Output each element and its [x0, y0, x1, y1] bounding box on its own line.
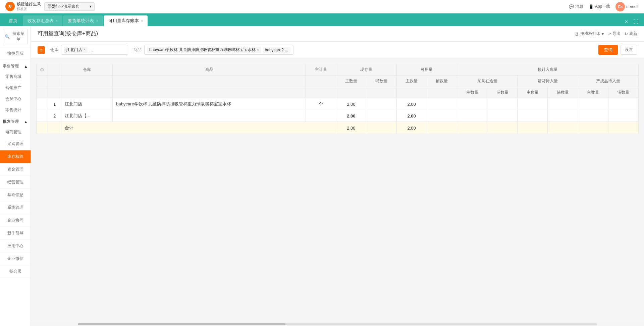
logo-text-block: 畅捷通好生意 标准版	[17, 2, 41, 11]
product-tag2-text: babycare?	[265, 48, 284, 52]
footer-label: 合计	[61, 122, 336, 134]
sidebar-section-retail[interactable]: 零售管理 ▲	[0, 60, 31, 71]
sidebar-item-quick-nav[interactable]: 快捷导航	[0, 47, 31, 60]
sidebar-item-system[interactable]: 系统管理	[0, 201, 31, 214]
product-tag2: babycare? ...	[263, 47, 290, 53]
tab-receive-close[interactable]: ×	[56, 19, 58, 23]
product-filter-group: 商品 babycare学饮杯 儿童防摔防撞吸管杯重力球吸嘴杯宝宝水杯 × bab…	[133, 45, 293, 55]
tab-order-close[interactable]: ×	[96, 19, 98, 23]
th-settings: ⚙	[37, 64, 48, 76]
th-leaf-available-main2	[396, 87, 427, 98]
search-icon: 🔍	[5, 34, 10, 39]
row1-available-main: 2.00	[396, 98, 427, 110]
sidebar-item-finance[interactable]: 资金管理	[0, 163, 31, 176]
chevron-icon-retail: ▲	[24, 64, 28, 69]
sidebar-item-enterprise[interactable]: 企业协同	[0, 214, 31, 227]
sidebar-item-purchase[interactable]: 采购管理	[0, 138, 31, 150]
bottom-scrollbar[interactable]	[31, 322, 644, 326]
refresh-btn[interactable]: ↻ 刷新	[625, 31, 637, 37]
refresh-icon: ↻	[625, 32, 628, 36]
row1-incoming-aux	[548, 98, 578, 110]
expand-icon: »	[40, 47, 43, 53]
sidebar-item-newbie[interactable]: 新手引导	[0, 227, 31, 240]
row1-product-main	[578, 98, 608, 110]
filter-expand-btn[interactable]: »	[38, 46, 45, 54]
sidebar-item-operations[interactable]: 经营管理	[0, 176, 31, 189]
th-sub-available-main: 主数量	[396, 76, 427, 87]
search-menu-label: 搜索菜单	[11, 31, 26, 42]
row2-purchase-main	[457, 110, 487, 122]
available-tab-label: 可用量库存账本	[108, 18, 139, 24]
th-leaf-stock-aux2	[366, 87, 396, 98]
app-download-btn[interactable]: 📱 App下载	[589, 4, 610, 9]
table-row: 2 江北门店【... 2.00 2.00	[37, 110, 639, 122]
print-btn[interactable]: 🖨 按模板打印 ▾	[575, 31, 604, 37]
top-bar: 好 畅捷通好生意 标准版 母婴行业演示账套 ▾ 💬 消息 📱 App下载 Ea …	[0, 0, 644, 13]
footer-available-aux	[427, 122, 457, 134]
sidebar: 🔍 搜索菜单 快捷导航 零售管理 ▲ 零售商城 营销推广 会员中心 零售统计 批…	[0, 26, 31, 326]
product-tag1-close[interactable]: ×	[257, 48, 259, 52]
tab-home[interactable]: 首页	[4, 15, 22, 26]
th-sub-purchase-group: 采购在途量	[457, 76, 517, 87]
row1-stock-aux	[366, 98, 396, 110]
sidebar-item-retail-mall[interactable]: 零售商城	[0, 71, 31, 82]
th-leaf-product-aux: 辅数量	[608, 87, 638, 98]
sidebar-item-marketing[interactable]: 营销推广	[0, 82, 31, 93]
settings-btn[interactable]: 设置	[621, 45, 637, 55]
tab-order[interactable]: 要货单统计表 ×	[63, 15, 103, 26]
th-available-group: 可用量	[396, 64, 457, 76]
sidebar-item-member-center[interactable]: 会员中心	[0, 93, 31, 104]
footer-settings	[37, 122, 48, 134]
row1-purchase-aux	[487, 98, 518, 110]
sidebar-item-basic[interactable]: 基础信息	[0, 189, 31, 201]
footer-available-main: 2.00	[396, 122, 427, 134]
sidebar-item-app-center[interactable]: 应用中心	[0, 240, 31, 252]
footer-product-main	[578, 122, 608, 134]
refresh-label: 刷新	[629, 31, 637, 37]
sidebar-item-enterprise-wechat[interactable]: 企业微信	[0, 252, 31, 265]
industry-selector[interactable]: 母婴行业演示账套 ▾	[44, 2, 95, 11]
th-sub-stock-aux: 辅数量	[366, 76, 396, 87]
th-leaf-product	[113, 87, 306, 98]
sidebar-item-retail-stats[interactable]: 零售统计	[0, 104, 31, 115]
warehouse-filter-input[interactable]: 江北门店 × ...	[61, 45, 128, 55]
warehouse-more-btn[interactable]: ...	[90, 48, 93, 52]
message-label: 消息	[575, 4, 583, 9]
top-bar-left: 好 畅捷通好生意 标准版 母婴行业演示账套 ▾	[5, 2, 95, 11]
page-title: 可用量查询(按仓库+商品)	[38, 30, 98, 37]
export-btn[interactable]: ↗ 导出	[608, 31, 621, 37]
gear-icon[interactable]: ⚙	[40, 67, 44, 73]
sidebar-section-wholesale[interactable]: 批发管理 ▲	[0, 115, 31, 127]
th-sub-incoming-group: 进货待入量	[518, 76, 578, 87]
warehouse-tag-close[interactable]: ×	[84, 48, 86, 52]
close-all-btn[interactable]: ×	[624, 17, 629, 26]
scrollbar-track[interactable]	[78, 323, 597, 325]
phone-icon: 📱	[589, 4, 594, 9]
row2-product-aux	[608, 110, 638, 122]
maximize-btn[interactable]: ⛶	[632, 17, 640, 26]
row1-available-aux	[427, 98, 457, 110]
warehouse-filter-label: 仓库	[50, 47, 58, 53]
scrollbar-thumb[interactable]	[78, 323, 285, 325]
receive-tab-label: 收发存汇总表	[28, 18, 54, 24]
tab-receive[interactable]: 收发存汇总表 ×	[23, 15, 62, 26]
search-menu-btn[interactable]: 🔍 搜索菜单	[3, 29, 28, 44]
footer-incoming-aux	[548, 122, 578, 134]
row1-purchase-main	[457, 98, 487, 110]
sidebar-item-inventory[interactable]: 库存核算	[0, 150, 31, 163]
user-profile[interactable]: Ea demo2	[615, 2, 639, 11]
sidebar-item-ecommerce[interactable]: 电商管理	[0, 127, 31, 138]
row2-stock-main: 2.00	[336, 110, 366, 122]
print-dropdown-icon: ▾	[602, 32, 604, 36]
th-warehouse: 仓库	[61, 64, 113, 76]
footer-stock-main: 2.00	[336, 122, 366, 134]
query-btn[interactable]: 查询	[598, 45, 618, 55]
sidebar-item-member[interactable]: 畅会员	[0, 265, 31, 278]
message-btn[interactable]: 💬 消息	[569, 4, 583, 9]
th-leaf-num	[48, 87, 61, 98]
print-label: 按模板打印	[580, 31, 600, 37]
tab-available-close[interactable]: ×	[141, 19, 143, 23]
tab-available[interactable]: 可用量库存账本 ×	[104, 15, 148, 26]
th-num	[48, 64, 61, 76]
product-filter-input[interactable]: babycare学饮杯 儿童防摔防撞吸管杯重力球吸嘴杯宝宝水杯 × babyca…	[144, 45, 293, 55]
